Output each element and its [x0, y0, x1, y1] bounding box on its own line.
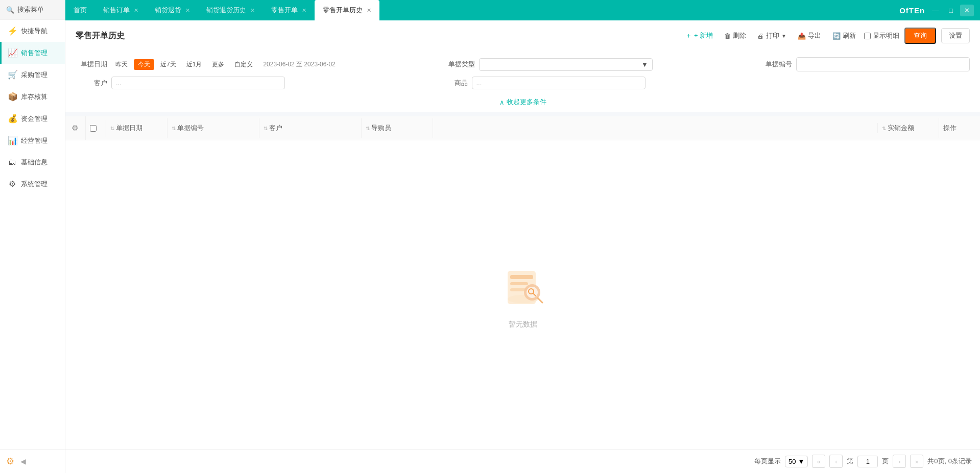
- show-detail-checkbox[interactable]: [864, 33, 871, 39]
- close-btn[interactable]: ✕: [960, 5, 974, 16]
- tab-sales-return[interactable]: 销货退货 ✕: [147, 0, 198, 20]
- sidebar-item-label: 经营管理: [21, 136, 47, 145]
- refresh-button[interactable]: 🔄 刷新: [829, 30, 859, 42]
- sidebar-item-sales-mgmt[interactable]: 📈 销售管理: [0, 42, 65, 64]
- tab-retail-open-history-close[interactable]: ✕: [367, 7, 371, 14]
- date-btn-custom[interactable]: 自定义: [230, 59, 257, 70]
- th-settings[interactable]: ⚙: [65, 116, 86, 140]
- th-checkbox[interactable]: [86, 120, 106, 137]
- per-page-dropdown-icon: ▼: [798, 458, 804, 465]
- sort-icon[interactable]: ⇅: [110, 126, 114, 131]
- prev-page-btn[interactable]: ‹: [829, 455, 843, 468]
- pagination: 每页显示 50 ▼ « ‹ 第 页 › »: [65, 449, 980, 473]
- page-title-row: 零售开单历史 ＋ + 新增 🗑 删除 🖨 打印 ▼: [76, 28, 970, 44]
- sidebar-item-sys-mgmt[interactable]: ⚙ 系统管理: [0, 173, 65, 195]
- sidebar-item-quick-nav[interactable]: ⚡ 快捷导航: [0, 20, 65, 42]
- ops-icon: 📊: [8, 136, 17, 145]
- collapse-filter-btn[interactable]: ∧ 收起更多条件: [76, 94, 970, 112]
- brand-label: OfTEn: [899, 6, 925, 15]
- page-header: 零售开单历史 ＋ + 新增 🗑 删除 🖨 打印 ▼: [65, 20, 980, 112]
- date-range-text: 2023-06-02 至 2023-06-02: [263, 60, 335, 69]
- tab-sales-order-close[interactable]: ✕: [134, 7, 138, 14]
- sidebar-item-purchase-mgmt[interactable]: 🛒 采购管理: [0, 64, 65, 86]
- tab-retail-open-close[interactable]: ✕: [302, 7, 306, 14]
- empty-icon: [497, 261, 548, 312]
- sidebar-search-label: 搜索菜单: [17, 5, 44, 14]
- tab-sales-order[interactable]: 销售订单 ✕: [95, 0, 147, 20]
- date-btn-more[interactable]: 更多: [208, 59, 228, 70]
- collapse-sidebar-icon[interactable]: ◀: [20, 457, 26, 465]
- sort-icon[interactable]: ⇅: [366, 126, 370, 131]
- column-settings-icon[interactable]: ⚙: [69, 121, 80, 135]
- add-button[interactable]: ＋ + 新增: [682, 30, 716, 42]
- quick-nav-icon: ⚡: [8, 26, 17, 36]
- purchase-icon: 🛒: [8, 70, 17, 80]
- minimize-btn[interactable]: —: [929, 5, 942, 16]
- doc-no-label: 单据编号: [760, 60, 796, 69]
- export-button[interactable]: 📤 导出: [795, 30, 824, 42]
- tab-retail-open[interactable]: 零售开单 ✕: [263, 0, 315, 20]
- sort-icon[interactable]: ⇅: [882, 126, 886, 131]
- filter-area: 单据日期 昨天 今天 近7天 近1月 更多 自定义 2023-06-02 至 2…: [76, 51, 970, 112]
- sidebar-item-ops-mgmt[interactable]: 📊 经营管理: [0, 130, 65, 152]
- select-all-checkbox[interactable]: [90, 125, 97, 132]
- doc-no-input[interactable]: [796, 57, 970, 71]
- query-button[interactable]: 查询: [904, 28, 936, 44]
- th-amount: ⇅ 实销金额: [878, 118, 939, 138]
- th-customer: ⇅ 客户: [259, 118, 362, 138]
- sidebar-item-base-info[interactable]: 🗂 基础信息: [0, 152, 65, 173]
- print-dropdown-icon: ▼: [781, 33, 786, 39]
- date-label: 单据日期: [76, 60, 111, 69]
- date-btn-last7[interactable]: 近7天: [156, 59, 180, 70]
- settings-bottom-icon[interactable]: ⚙: [6, 456, 14, 467]
- tab-sales-return-close[interactable]: ✕: [185, 7, 190, 14]
- sales-icon: 📈: [8, 48, 17, 58]
- empty-text: 暂无数据: [509, 320, 537, 329]
- page-suffix-label: 页: [882, 457, 889, 466]
- sidebar-item-inventory[interactable]: 📦 库存核算: [0, 86, 65, 108]
- tab-retail-open-history[interactable]: 零售开单历史 ✕: [315, 0, 379, 20]
- sidebar-bottom: ⚙ ◀: [0, 449, 65, 473]
- tab-home-label: 首页: [74, 6, 87, 15]
- page-prefix-label: 第: [847, 457, 853, 466]
- table-header: ⚙ ⇅ 单据日期 ⇅ 单据编号 ⇅ 客户 ⇅: [65, 116, 980, 140]
- finance-icon: 💰: [8, 114, 17, 123]
- per-page-value: 50: [788, 458, 796, 465]
- per-page-label: 每页显示: [754, 457, 781, 466]
- th-guide: ⇅ 导购员: [362, 118, 433, 138]
- next-page-btn[interactable]: ›: [893, 455, 906, 468]
- settings-button[interactable]: 设置: [941, 28, 970, 43]
- refresh-icon: 🔄: [832, 32, 841, 40]
- goods-input[interactable]: ...: [472, 77, 646, 89]
- sidebar-search[interactable]: 🔍 搜索菜单: [0, 0, 65, 20]
- sort-icon[interactable]: ⇅: [172, 126, 176, 131]
- show-detail-checkbox-label[interactable]: 显示明细: [864, 31, 899, 40]
- filter-row-date: 单据日期 昨天 今天 近7天 近1月 更多 自定义 2023-06-02 至 2…: [76, 57, 970, 71]
- tab-retail-open-history-label: 零售开单历史: [323, 6, 363, 15]
- svg-line-7: [538, 298, 542, 303]
- page-number-input[interactable]: [857, 456, 878, 467]
- svg-rect-3: [510, 282, 528, 285]
- customer-input[interactable]: ...: [111, 77, 285, 89]
- main-area: 首页 销售订单 ✕ 销货退货 ✕ 销货退货历史 ✕ 零售开单 ✕ 零售开单历史 …: [65, 0, 980, 473]
- filter-row-customer: 客户 ... 商品 ...: [76, 77, 970, 89]
- date-btn-last-month[interactable]: 近1月: [182, 59, 206, 70]
- print-button[interactable]: 🖨 打印 ▼: [754, 30, 790, 42]
- date-btn-today[interactable]: 今天: [134, 59, 154, 70]
- last-page-btn[interactable]: »: [910, 455, 923, 468]
- per-page-select[interactable]: 50 ▼: [785, 456, 808, 467]
- doc-type-select[interactable]: ▼: [479, 58, 653, 71]
- tab-home[interactable]: 首页: [65, 0, 95, 20]
- maximize-btn[interactable]: □: [946, 5, 956, 16]
- print-icon: 🖨: [757, 32, 764, 40]
- first-page-btn[interactable]: «: [812, 455, 825, 468]
- sidebar-item-finance[interactable]: 💰 资金管理: [0, 108, 65, 130]
- tab-sales-return-history[interactable]: 销货退货历史 ✕: [198, 0, 263, 20]
- tab-sales-return-history-close[interactable]: ✕: [250, 7, 255, 14]
- sidebar-item-label: 库存核算: [21, 92, 47, 102]
- content-area: 零售开单历史 ＋ + 新增 🗑 删除 🖨 打印 ▼: [65, 20, 980, 473]
- th-action: 操作: [939, 118, 980, 138]
- delete-button[interactable]: 🗑 删除: [721, 30, 749, 42]
- date-btn-yesterday[interactable]: 昨天: [111, 59, 132, 70]
- sort-icon[interactable]: ⇅: [264, 126, 268, 131]
